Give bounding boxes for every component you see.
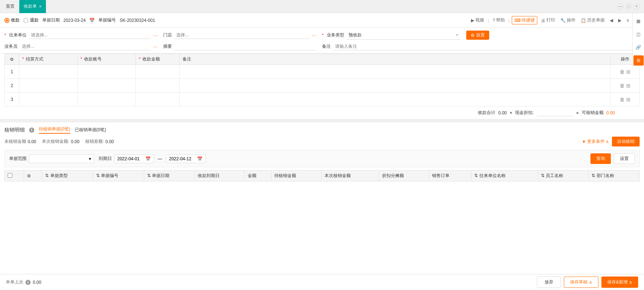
help-icon: ?: [492, 18, 495, 23]
btable-gear-icon: ⚙: [27, 173, 31, 179]
history-button[interactable]: 📋 历史单据: [579, 16, 606, 24]
staff-input[interactable]: [20, 43, 151, 50]
pending-amount-label: 待核销金额: [274, 173, 296, 178]
pending-tab[interactable]: 待核销单据(0笔): [39, 126, 70, 134]
discard-button[interactable]: 放弃: [537, 277, 561, 288]
tab-home[interactable]: 首页: [1, 0, 19, 13]
tab-receipt[interactable]: 收款单 ×: [19, 0, 46, 13]
select-all-checkbox[interactable]: [8, 173, 12, 178]
row-num-2: 2: [5, 79, 19, 93]
sidebar-icon-link[interactable]: 🔗: [633, 42, 644, 52]
delete-row-2-icon[interactable]: 🗑: [620, 83, 625, 89]
account-cell-1[interactable]: [78, 65, 136, 79]
prev-button[interactable]: ◀: [608, 17, 614, 24]
settings-col[interactable]: ⚙: [24, 171, 42, 181]
account-col-header: * 收款账号: [78, 54, 136, 65]
amount-cell-1[interactable]: [136, 65, 180, 79]
video-button[interactable]: ▶ 视频: [470, 16, 486, 24]
store-more-icon[interactable]: ···: [312, 32, 316, 38]
verifiable-value: 0.00: [606, 110, 615, 115]
diff-stat: 核销差额: 0.00: [85, 138, 114, 145]
date-value[interactable]: 2023-03-24: [63, 18, 86, 23]
range-select[interactable]: ▾: [29, 154, 94, 163]
discount-label: 现金折扣:: [515, 110, 534, 116]
tab-close-icon[interactable]: ×: [39, 4, 42, 9]
calendar-icon[interactable]: 📅: [89, 18, 95, 23]
sidebar-icon-panel[interactable]: ◫: [633, 29, 644, 39]
business-type-select[interactable]: 预收款 ▾: [346, 31, 460, 40]
minimize-button[interactable]: —: [618, 4, 624, 9]
doc-type-label: 单据类型: [50, 173, 68, 178]
verify-info-icon[interactable]: ℹ: [29, 128, 34, 133]
shortcut-button[interactable]: ⌨ 快捷键: [512, 16, 537, 24]
copy-row-3-icon[interactable]: ⊞: [626, 97, 631, 102]
auto-verify-button[interactable]: 自动核销: [612, 137, 640, 146]
settle-cell-3[interactable]: [19, 93, 78, 106]
receive-radio-label: 收款: [11, 17, 20, 23]
refund-radio-label: 退款: [30, 17, 39, 23]
remarks-input[interactable]: [333, 43, 640, 50]
account-cell-3[interactable]: [78, 93, 136, 106]
current-amount-label: 本次核销金额: [325, 173, 351, 178]
copy-row-1-icon[interactable]: ⊞: [626, 69, 631, 75]
right-sidebar: ▦ ◫ 🔗 ⊞: [632, 13, 644, 68]
refund-radio[interactable]: 退款: [23, 17, 39, 23]
maximize-button[interactable]: □: [626, 4, 632, 9]
next-button[interactable]: ▶: [617, 17, 623, 24]
receive-radio[interactable]: 收款: [4, 17, 20, 23]
toolbar-right: ▶ 视频 | ? 帮助 | ⌨ 快捷键 🖨 打印 🔧 操作 📋: [470, 16, 640, 24]
query-button[interactable]: 查询: [590, 153, 611, 164]
plus-sign: +: [510, 110, 512, 115]
settings-col-header[interactable]: ⚙: [5, 54, 19, 65]
summary-input[interactable]: [174, 43, 316, 50]
print-button[interactable]: 🖨 打印: [539, 16, 557, 24]
receipt-table-container: ⚙ * 结算方式 * 收款账号 * 收款金额 备注: [0, 54, 644, 106]
row-actions-2: 🗑 ⊞: [613, 83, 636, 89]
layout-button[interactable]: ≡: [625, 17, 631, 24]
counterpart-input[interactable]: [29, 31, 151, 39]
amount-cell-2[interactable]: [136, 79, 180, 93]
remark-cell-2[interactable]: [180, 79, 610, 93]
remarks-label: 备注: [322, 43, 331, 50]
delete-row-1-icon[interactable]: 🗑: [620, 69, 625, 75]
doc-num-label: 单据编号: [101, 173, 118, 178]
sidebar-icon-grid[interactable]: ▦: [633, 16, 644, 26]
account-cell-2[interactable]: [78, 79, 136, 93]
draft-button[interactable]: 保存草稿 ∧: [564, 277, 598, 288]
verify-title: 核销明细: [4, 127, 25, 133]
amount-cell-3[interactable]: [136, 93, 180, 106]
counterpart-more-icon[interactable]: ···: [153, 32, 157, 38]
discount-input[interactable]: [537, 109, 573, 116]
store-field: 门店 ···: [163, 31, 316, 39]
filter-icon: ▼: [582, 139, 586, 144]
filter-settings-button[interactable]: 设置: [614, 153, 635, 164]
settle-cell-2[interactable]: [19, 79, 78, 93]
remark-cell-3[interactable]: [180, 93, 610, 106]
remark-cell-1[interactable]: [180, 65, 610, 79]
save-new-button[interactable]: 保存&新增 ∧: [601, 277, 638, 288]
home-label: 首页: [6, 3, 15, 9]
date-from-input[interactable]: 2022-04-01 📅: [114, 154, 154, 163]
sales-order-col: 销售订单: [429, 171, 471, 181]
help-button[interactable]: ? 帮助: [491, 16, 506, 24]
chevron-up-icon: ∧: [606, 139, 609, 144]
form-settings-button[interactable]: ⚙ 设置: [466, 31, 489, 40]
sidebar-icon-expand[interactable]: ⊞: [633, 55, 644, 66]
checkbox-col[interactable]: [5, 171, 24, 181]
counterpart-col: ⇅ 往来单位名称: [471, 171, 538, 181]
date-to-input[interactable]: 2022-04-12 📅: [166, 154, 206, 163]
toolbar: 收款 退款 单据日期 2023-03-24 📅 单据编号 SK-20230324…: [0, 13, 644, 28]
amount-col: 金额: [245, 171, 271, 181]
delete-row-3-icon[interactable]: 🗑: [620, 97, 625, 102]
staff-more-icon[interactable]: ···: [153, 44, 157, 50]
settle-cell-1[interactable]: [19, 65, 78, 79]
footer-info-icon[interactable]: ℹ: [25, 280, 31, 285]
video-icon: ▶: [471, 18, 474, 23]
doc-num-col: ⇅ 单据编号: [93, 171, 144, 181]
copy-row-2-icon[interactable]: ⊞: [626, 83, 631, 89]
done-tab[interactable]: 已核销单据(0笔): [75, 127, 106, 133]
operation-button[interactable]: 🔧 操作: [559, 16, 577, 24]
store-input[interactable]: [174, 31, 310, 39]
close-window-button[interactable]: ×: [634, 4, 640, 9]
more-conditions-button[interactable]: ▼ 更多条件 ∧: [582, 138, 609, 145]
